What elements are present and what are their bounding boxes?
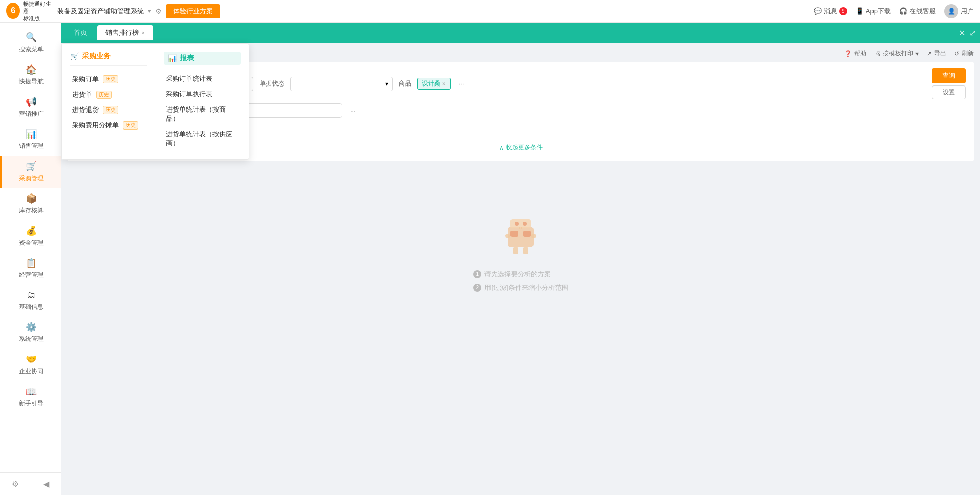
industry-button[interactable]: 体验行业方案: [166, 4, 220, 18]
system-name: 装备及固定资产辅助管理系统: [57, 7, 144, 16]
phone-icon: 📱: [856, 7, 864, 15]
system-info: 装备及固定资产辅助管理系统 ▾ ⚙ 体验行业方案: [57, 4, 814, 18]
empty-step-1: 1 请先选择要分析的方案: [473, 268, 568, 281]
query-actions: 查询 设置: [932, 68, 966, 99]
step-num-2: 2: [473, 284, 481, 292]
sidebar-item-operations[interactable]: 📋 经营管理: [0, 252, 61, 285]
system-dropdown-arrow[interactable]: ▾: [148, 8, 151, 14]
menu-item-incoming[interactable]: 进货单 历史: [70, 87, 147, 102]
print-button[interactable]: 🖨 按模板打印 ▾: [875, 49, 919, 58]
product-tag-close[interactable]: ×: [442, 80, 446, 88]
menu-item-purchase-order[interactable]: 采购订单 历史: [70, 72, 147, 87]
sidebar-item-purchase[interactable]: 🛒 采购管理: [0, 156, 61, 188]
sidebar: 🔍 搜索菜单 🏠 快捷导航 📢 营销推广 📊 销售管理 🛒 采购管理 📦 库存核…: [0, 23, 61, 495]
marketing-icon: 📢: [26, 96, 37, 107]
sidebar-item-basic[interactable]: 🗂 基础信息: [0, 285, 61, 316]
settings-button[interactable]: 设置: [932, 85, 966, 99]
history-tag-2: 历史: [103, 106, 118, 114]
sales-icon: 📊: [26, 128, 37, 140]
print-icon: 🖨: [875, 50, 881, 57]
enterprise-icon: 🤝: [26, 354, 37, 365]
status-select-arrow: ▾: [385, 80, 388, 88]
export-icon: ↗: [927, 50, 932, 57]
headset-icon: 🎧: [899, 7, 907, 15]
salesman-more-dots[interactable]: ···: [350, 107, 356, 115]
salesman-select[interactable]: [240, 103, 342, 118]
status-label: 单据状态: [260, 79, 284, 88]
settings-bottom-icon[interactable]: ⚙: [12, 479, 19, 489]
svg-rect-3: [505, 234, 510, 238]
empty-svg: [495, 206, 546, 257]
history-tag-3: 历史: [123, 121, 138, 130]
menu-item-incoming-by-supplier[interactable]: 进货单统计表（按供应商）: [164, 126, 241, 151]
history-tag-1: 历史: [96, 91, 112, 99]
home-icon: 🏠: [26, 64, 37, 75]
product-more-dots[interactable]: ···: [459, 80, 464, 88]
avatar-icon: 👤: [948, 8, 955, 15]
sidebar-item-inventory[interactable]: 📦 库存核算: [0, 188, 61, 220]
sidebar-item-navigate[interactable]: 🏠 快捷导航: [0, 59, 61, 91]
basic-icon: 🗂: [27, 290, 36, 300]
message-button[interactable]: 💬 消息 9: [814, 7, 847, 16]
sidebar-item-finance[interactable]: 💰 资金管理: [0, 220, 61, 252]
product-label: 商品: [399, 79, 411, 88]
step-num-1: 1: [473, 270, 481, 278]
report-menu-section: 📊 报表 采购订单统计表 采购订单执行表 进货单统计表（按商品） 进货单统计表（…: [164, 52, 241, 151]
report-section-title: 📊 报表: [164, 52, 241, 65]
tabbar-actions: ✕ ⤢: [958, 28, 976, 38]
history-tag-0: 历史: [103, 75, 118, 83]
purchase-section-icon: 🛒: [70, 52, 79, 60]
collapse-icon: ∧: [499, 144, 504, 152]
empty-illustration: [495, 206, 546, 257]
purchase-dropdown-menu: 🛒 采购业务 采购订单 历史 进货单 历史 进货退货 历史 采购费用分摊单 历史…: [61, 43, 249, 160]
refresh-icon: ↺: [954, 50, 960, 57]
topbar-right: 💬 消息 9 📱 App下载 🎧 在线客服 👤 用户: [814, 4, 974, 18]
svg-rect-1: [510, 231, 518, 237]
help-button[interactable]: ❓ 帮助: [844, 49, 866, 58]
purchase-section-title: 🛒 采购业务: [70, 52, 147, 66]
collapse-sidebar-icon[interactable]: ◀: [43, 479, 49, 489]
system-gear-icon[interactable]: ⚙: [155, 7, 162, 15]
query-button[interactable]: 查询: [932, 68, 966, 83]
online-service-button[interactable]: 🎧 在线客服: [899, 7, 936, 16]
export-button[interactable]: ↗ 导出: [927, 49, 946, 58]
system-icon: ⚙️: [26, 321, 37, 333]
expand-window-icon[interactable]: ⤢: [969, 28, 976, 38]
purchase-menu-section: 🛒 采购业务 采购订单 历史 进货单 历史 进货退货 历史 采购费用分摊单 历史: [70, 52, 147, 151]
menu-item-order-exec[interactable]: 采购订单执行表: [164, 87, 241, 102]
user-menu[interactable]: 👤 用户: [944, 4, 974, 18]
logo: 6 畅捷通好生意 标准版: [6, 0, 52, 22]
svg-rect-0: [508, 227, 534, 247]
tab-home[interactable]: 首页: [66, 25, 95, 40]
help-icon: ❓: [844, 50, 852, 57]
status-select[interactable]: ▾: [290, 77, 393, 91]
sidebar-item-enterprise[interactable]: 🤝 企业协同: [0, 349, 61, 381]
tab-sales-ranking[interactable]: 销售排行榜 ×: [97, 25, 153, 40]
empty-step-2: 2 用[过滤]条件来缩小分析范围: [473, 281, 568, 294]
purchase-icon: 🛒: [26, 161, 37, 172]
tab-close-icon[interactable]: ×: [142, 30, 145, 36]
sidebar-item-system[interactable]: ⚙️ 系统管理: [0, 316, 61, 349]
svg-rect-2: [523, 231, 531, 237]
menu-item-incoming-by-product[interactable]: 进货单统计表（按商品）: [164, 102, 241, 126]
empty-text: 1 请先选择要分析的方案 2 用[过滤]条件来缩小分析范围: [473, 268, 568, 294]
empty-state: 1 请先选择要分析的方案 2 用[过滤]条件来缩小分析范围: [68, 165, 974, 335]
menu-item-purchase-expense[interactable]: 采购费用分摊单 历史: [70, 118, 147, 133]
sidebar-item-search[interactable]: 🔍 搜索菜单: [0, 27, 61, 59]
topbar: 6 畅捷通好生意 标准版 装备及固定资产辅助管理系统 ▾ ⚙ 体验行业方案 💬 …: [0, 0, 980, 23]
sidebar-item-marketing[interactable]: 📢 营销推广: [0, 91, 61, 123]
app-download-button[interactable]: 📱 App下载: [856, 7, 891, 16]
inventory-icon: 📦: [26, 193, 37, 204]
sidebar-item-sales[interactable]: 📊 销售管理: [0, 123, 61, 156]
svg-rect-5: [513, 247, 518, 254]
menu-item-order-stats[interactable]: 采购订单统计表: [164, 71, 241, 87]
logo-text: 畅捷通好生意 标准版: [23, 0, 52, 22]
tabbar: 首页 销售排行榜 × ✕ ⤢: [61, 23, 980, 43]
refresh-button[interactable]: ↺ 刷新: [954, 49, 974, 58]
menu-item-return[interactable]: 进货退货 历史: [70, 102, 147, 118]
svg-point-8: [515, 222, 519, 226]
close-window-icon[interactable]: ✕: [958, 28, 965, 38]
svg-rect-7: [510, 219, 531, 228]
sidebar-item-guide[interactable]: 📖 新手引导: [0, 381, 61, 413]
operations-icon: 📋: [26, 257, 37, 269]
